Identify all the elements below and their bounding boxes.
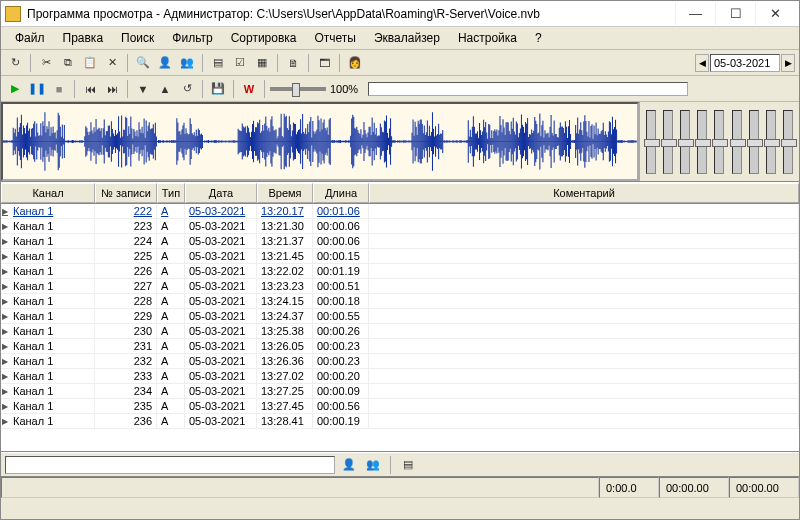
refresh-button[interactable]: ↻ <box>5 53 25 73</box>
window-button[interactable]: 🗔 <box>314 53 334 73</box>
date-prev-button[interactable]: ◀ <box>695 54 709 72</box>
cell-date: 05-03-2021 <box>185 249 257 263</box>
col-channel[interactable]: Канал <box>1 183 95 203</box>
cell-number: 225 <box>95 249 157 263</box>
cell-time: 13:26.05 <box>257 339 313 353</box>
zoom-out-button[interactable]: ▼ <box>133 79 153 99</box>
prev-button[interactable]: ⏮ <box>80 79 100 99</box>
cell-number: 236 <box>95 414 157 428</box>
col-number[interactable]: № записи <box>95 183 157 203</box>
date-input[interactable] <box>710 54 780 72</box>
table-row[interactable]: ▶Канал 1230A05-03-202113:25.3800:00.26 <box>1 324 799 339</box>
table-row[interactable]: ▶Канал 1225A05-03-202113:21.4500:00.15 <box>1 249 799 264</box>
eq-slider-3[interactable] <box>680 110 690 174</box>
list2-button[interactable]: ☑ <box>230 53 250 73</box>
eq-slider-5[interactable] <box>714 110 724 174</box>
cut-button[interactable]: ✂ <box>36 53 56 73</box>
row-marker-icon: ▶ <box>1 264 9 278</box>
col-type[interactable]: Тип <box>157 183 185 203</box>
menu-equalizer[interactable]: Эквалайзер <box>366 29 448 47</box>
cell-channel: Канал 1 <box>9 264 95 278</box>
cell-date: 05-03-2021 <box>185 219 257 233</box>
play-button[interactable]: ▶ <box>5 79 25 99</box>
wave-w-button[interactable]: W <box>239 79 259 99</box>
cell-comment <box>369 234 799 248</box>
table-row[interactable]: ▶Канал 1227A05-03-202113:23.2300:00.51 <box>1 279 799 294</box>
eq-slider-7[interactable] <box>749 110 759 174</box>
col-date[interactable]: Дата <box>185 183 257 203</box>
help-button[interactable]: 👩 <box>345 53 365 73</box>
eq-slider-8[interactable] <box>766 110 776 174</box>
menu-edit[interactable]: Правка <box>55 29 112 47</box>
cell-time: 13:21.30 <box>257 219 313 233</box>
menu-filter[interactable]: Фильтр <box>164 29 220 47</box>
cell-comment <box>369 264 799 278</box>
search-input[interactable] <box>5 456 335 474</box>
menu-settings[interactable]: Настройка <box>450 29 525 47</box>
paste-button[interactable]: 📋 <box>80 53 100 73</box>
table-row[interactable]: ▶Канал 1226A05-03-202113:22.0200:01.19 <box>1 264 799 279</box>
eq-slider-1[interactable] <box>646 110 656 174</box>
cell-channel: Канал 1 <box>9 279 95 293</box>
cell-comment <box>369 369 799 383</box>
eq-slider-2[interactable] <box>663 110 673 174</box>
cell-channel: Канал 1 <box>9 234 95 248</box>
close-button[interactable]: ✕ <box>755 3 795 25</box>
eq-slider-6[interactable] <box>732 110 742 174</box>
table-row[interactable]: ▶Канал 1223A05-03-202113:21.3000:00.06 <box>1 219 799 234</box>
col-time[interactable]: Время <box>257 183 313 203</box>
eq-slider-9[interactable] <box>783 110 793 174</box>
find-person-button[interactable]: 👤 <box>155 53 175 73</box>
table-row[interactable]: ▶Канал 1224A05-03-202113:21.3700:00.06 <box>1 234 799 249</box>
maximize-button[interactable]: ☐ <box>715 3 755 25</box>
search-all-icon[interactable]: 👥 <box>363 455 383 475</box>
progress-bar[interactable] <box>368 82 688 96</box>
cell-time: 13:24.37 <box>257 309 313 323</box>
menu-help[interactable]: ? <box>527 29 550 47</box>
menu-sort[interactable]: Сортировка <box>223 29 305 47</box>
cell-number: 231 <box>95 339 157 353</box>
find-all-button[interactable]: 👥 <box>177 53 197 73</box>
table-row[interactable]: ▶Канал 1229A05-03-202113:24.3700:00.55 <box>1 309 799 324</box>
find-button[interactable]: 🔍 <box>133 53 153 73</box>
pause-button[interactable]: ❚❚ <box>27 79 47 99</box>
cell-channel: Канал 1 <box>9 219 95 233</box>
copy-button[interactable]: ⧉ <box>58 53 78 73</box>
col-comment[interactable]: Коментарий <box>369 183 799 203</box>
waveform-display[interactable] <box>1 102 639 181</box>
table-row[interactable]: ▶Канал 1235A05-03-202113:27.4500:00.56 <box>1 399 799 414</box>
status-time-1: 0:00.0 <box>599 477 659 498</box>
table-row[interactable]: ▶Канал 1232A05-03-202113:26.3600:00.23 <box>1 354 799 369</box>
search-list-icon[interactable]: ▤ <box>398 455 418 475</box>
table-row[interactable]: ▶Канал 1233A05-03-202113:27.0200:00.20 <box>1 369 799 384</box>
list1-button[interactable]: ▤ <box>208 53 228 73</box>
delete-button[interactable]: ✕ <box>102 53 122 73</box>
col-length[interactable]: Длина <box>313 183 369 203</box>
save-button[interactable]: 💾 <box>208 79 228 99</box>
table-row[interactable]: ▶Канал 1228A05-03-202113:24.1500:00.18 <box>1 294 799 309</box>
records-grid[interactable]: ▶Канал 1222A05-03-202113:20.1700:01.06▶К… <box>1 204 799 452</box>
cell-comment <box>369 219 799 233</box>
menu-bar: Файл Правка Поиск Фильтр Сортировка Отче… <box>1 27 799 50</box>
zoom-slider[interactable] <box>270 87 326 91</box>
menu-search[interactable]: Поиск <box>113 29 162 47</box>
table-row[interactable]: ▶Канал 1234A05-03-202113:27.2500:00.09 <box>1 384 799 399</box>
date-next-button[interactable]: ▶ <box>781 54 795 72</box>
eq-slider-4[interactable] <box>697 110 707 174</box>
row-marker-icon: ▶ <box>1 399 9 413</box>
menu-file[interactable]: Файл <box>7 29 53 47</box>
loop-button[interactable]: ↺ <box>177 79 197 99</box>
minimize-button[interactable]: — <box>675 3 715 25</box>
list3-button[interactable]: ▦ <box>252 53 272 73</box>
search-person-icon[interactable]: 👤 <box>339 455 359 475</box>
zoom-reset-button[interactable]: ▲ <box>155 79 175 99</box>
cell-length: 00:00.20 <box>313 369 369 383</box>
next-button[interactable]: ⏭ <box>102 79 122 99</box>
stop-button[interactable]: ■ <box>49 79 69 99</box>
report-button[interactable]: 🗎 <box>283 53 303 73</box>
table-row[interactable]: ▶Канал 1236A05-03-202113:28.4100:00.19 <box>1 414 799 429</box>
table-row[interactable]: ▶Канал 1231A05-03-202113:26.0500:00.23 <box>1 339 799 354</box>
cell-number: 222 <box>95 204 157 218</box>
menu-reports[interactable]: Отчеты <box>307 29 364 47</box>
table-row[interactable]: ▶Канал 1222A05-03-202113:20.1700:01.06 <box>1 204 799 219</box>
